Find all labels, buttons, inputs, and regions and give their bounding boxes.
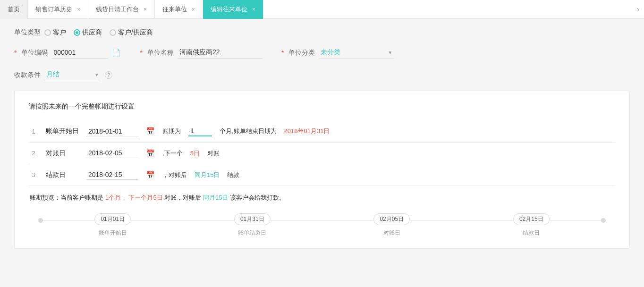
- unit-category-arrow-icon: ▼: [388, 50, 392, 55]
- tab-close-cash-reconciliation[interactable]: ×: [144, 6, 147, 13]
- setting-row-3: 3 结款日 📅 ，对账后 同月15日 结款: [29, 164, 615, 186]
- radio-circle-customer: [44, 29, 51, 36]
- payment-terms-row: 收款条件 月结 ▼ ?: [14, 68, 630, 81]
- payment-desc-suffix: 结款: [227, 171, 239, 179]
- preview-3: 对账，对账后: [164, 194, 201, 201]
- timeline-points: 01月01日 账单开始日 01月31日 账单结束日 02月05日 对账日: [43, 213, 601, 237]
- radio-customer-supplier[interactable]: 客户/供应商: [110, 28, 153, 37]
- timeline-container: 01月01日 账单开始日 01月31日 账单结束日 02月05日 对账日: [29, 213, 615, 237]
- tabs-scroll-arrow[interactable]: ›: [632, 5, 644, 14]
- period-value-input[interactable]: [188, 126, 212, 136]
- payment-terms-item: 收款条件 月结 ▼ ?: [14, 68, 112, 81]
- tab-close-edit-partner-unit[interactable]: ×: [252, 6, 255, 13]
- unit-code-item: * 单位编码 📄: [14, 47, 121, 59]
- tab-close-sales-order-history[interactable]: ×: [77, 6, 80, 13]
- preview-5: 该客户会给我打款。: [230, 194, 285, 201]
- timeline-end-dot: [601, 218, 606, 223]
- timeline-badge-4: 02月15日: [513, 213, 550, 225]
- card-title: 请按照未来的一个完整帐期进行设置: [29, 102, 615, 111]
- unit-type-label: 单位类型: [14, 28, 41, 37]
- setting-row-2: 2 对账日 📅 ,下一个 5日 对账: [29, 143, 615, 164]
- tab-sales-order-history[interactable]: 销售订单历史 ×: [28, 0, 88, 19]
- timeline-badge-2: 01月31日: [234, 213, 271, 225]
- timeline-start-dot: [38, 218, 43, 223]
- timeline-label-1: 账单开始日: [99, 229, 127, 237]
- tab-close-partner-units[interactable]: ×: [192, 6, 195, 13]
- unit-info-row: * 单位编码 📄 * 单位名称 * 单位分类 未分类 ▼: [14, 46, 630, 59]
- timeline-items: 01月01日 账单开始日 01月31日 账单结束日 02月05日 对账日: [43, 213, 601, 237]
- row-num-1: 1: [29, 128, 38, 135]
- unit-category-value: 未分类: [321, 48, 385, 57]
- unit-code-required: *: [14, 49, 17, 57]
- tab-cash-reconciliation[interactable]: 钱货日清工作台 ×: [88, 0, 155, 19]
- row-num-3: 3: [29, 171, 38, 178]
- unit-code-input[interactable]: [51, 47, 108, 59]
- unit-type-item: 单位类型 客户 供应商 客户/供应商: [14, 28, 153, 37]
- payment-highlight: 同月15日: [195, 171, 220, 179]
- reconcile-desc-prefix: ,下一个: [162, 149, 183, 158]
- unit-code-copy-icon[interactable]: 📄: [112, 49, 121, 57]
- timeline-label-3: 对账日: [383, 229, 400, 237]
- payment-terms-value: 月结: [46, 70, 92, 79]
- period-label-suffix: 个月,账单结束日期为: [220, 127, 277, 135]
- timeline-point-4: 02月15日 结款日: [513, 213, 550, 237]
- preview-label: 账期预览：当前客户账期是: [30, 194, 103, 201]
- unit-code-label: 单位编码: [21, 49, 48, 57]
- timeline-point-3: 02月05日 对账日: [373, 213, 410, 237]
- unit-category-select[interactable]: 未分类 ▼: [319, 46, 394, 59]
- reconcile-date-input[interactable]: [86, 148, 138, 158]
- payment-desc-prefix: ，对账后: [162, 171, 187, 179]
- unit-category-item: * 单位分类 未分类 ▼: [281, 46, 394, 59]
- settings-card: 请按照未来的一个完整帐期进行设置 1 账单开始日 📅 账期为 个月,账单结束日期…: [14, 91, 630, 249]
- row-num-2: 2: [29, 150, 38, 157]
- timeline-label-4: 结款日: [523, 229, 540, 237]
- unit-name-label: 单位名称: [147, 49, 174, 57]
- payment-terms-help-icon[interactable]: ?: [105, 71, 112, 79]
- row-label-3: 结款日: [46, 171, 79, 179]
- unit-category-required: *: [281, 49, 284, 57]
- radio-circle-supplier: [74, 29, 80, 36]
- row-label-2: 对账日: [46, 149, 79, 158]
- payment-terms-arrow-icon: ▼: [94, 72, 99, 77]
- preview-4: 同月15日: [203, 194, 228, 201]
- tab-home[interactable]: 首页: [0, 0, 28, 19]
- unit-name-item: * 单位名称: [140, 47, 262, 59]
- preview-2: 下一个月5日: [128, 194, 162, 201]
- unit-name-required: *: [140, 49, 142, 57]
- unit-name-input[interactable]: [178, 47, 263, 59]
- content-area: 单位类型 客户 供应商 客户/供应商 * 单位编码: [0, 19, 644, 287]
- row-label-1: 账单开始日: [46, 127, 79, 135]
- radio-supplier[interactable]: 供应商: [74, 28, 102, 37]
- timeline-badge-3: 02月05日: [373, 213, 410, 225]
- timeline-label-2: 账单结束日: [238, 229, 266, 237]
- preview-text: 账期预览：当前客户账期是 1个月， 下一个月5日 对账，对账后 同月15日 该客…: [29, 194, 615, 202]
- timeline-badge-1: 01月01日: [94, 213, 131, 225]
- unit-type-radio-group: 客户 供应商 客户/供应商: [44, 28, 153, 37]
- period-end-date: 2018年01月31日: [284, 127, 330, 135]
- timeline-point-2: 01月31日 账单结束日: [234, 213, 271, 237]
- period-label-prefix: 账期为: [162, 127, 181, 135]
- tab-partner-units[interactable]: 往来单位 ×: [155, 0, 203, 19]
- payment-date-input[interactable]: [86, 170, 138, 180]
- unit-category-label: 单位分类: [288, 49, 315, 57]
- start-date-input[interactable]: [86, 127, 138, 136]
- tab-edit-partner-unit[interactable]: 编辑往来单位 ×: [203, 0, 263, 19]
- preview-1: 1个月，: [105, 194, 127, 201]
- reconcile-desc-suffix: 对账: [207, 149, 220, 158]
- unit-type-row: 单位类型 客户 供应商 客户/供应商: [14, 28, 630, 37]
- tabs-bar: 首页 销售订单历史 × 钱货日清工作台 × 往来单位 × 编辑往来单位 × ›: [0, 0, 644, 19]
- setting-row-1: 1 账单开始日 📅 账期为 个月,账单结束日期为 2018年01月31日: [29, 120, 615, 143]
- reconcile-date-cal-icon[interactable]: 📅: [146, 149, 155, 158]
- payment-terms-label: 收款条件: [14, 71, 41, 79]
- start-date-cal-icon[interactable]: 📅: [146, 127, 155, 135]
- payment-terms-select[interactable]: 月结 ▼: [44, 68, 101, 81]
- timeline-point-1: 01月01日 账单开始日: [94, 213, 131, 237]
- radio-circle-customer-supplier: [110, 29, 116, 36]
- radio-customer[interactable]: 客户: [44, 28, 66, 37]
- reconcile-highlight: 5日: [190, 149, 200, 158]
- payment-date-cal-icon[interactable]: 📅: [146, 171, 155, 179]
